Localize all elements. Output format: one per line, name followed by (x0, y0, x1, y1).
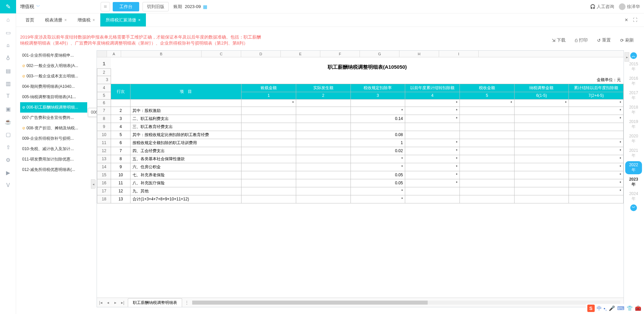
row-number[interactable]: 3 (97, 76, 111, 84)
data-cell[interactable] (460, 163, 514, 171)
data-cell[interactable] (514, 163, 569, 171)
nav-bag-icon[interactable]: ♁ (0, 52, 16, 64)
sheet-nav-last-icon[interactable]: ▸| (119, 300, 126, 305)
data-cell[interactable]: * (569, 163, 624, 171)
row-number[interactable]: 9 (97, 123, 111, 131)
data-cell[interactable] (296, 195, 351, 203)
data-cell[interactable]: * (569, 139, 624, 147)
nav-tax-icon[interactable]: ☕ (0, 115, 16, 128)
ime-lang-icon[interactable]: 中 (597, 305, 602, 312)
data-cell[interactable] (460, 131, 514, 139)
data-cell[interactable] (241, 179, 296, 187)
row-number[interactable]: 12 (97, 147, 111, 155)
consult-button[interactable]: 🎧 人工咨询 (590, 4, 614, 10)
year-option[interactable]: 2023年 (625, 176, 642, 189)
data-cell[interactable] (296, 155, 351, 163)
nav-doc-icon[interactable]: ▭ (0, 26, 16, 39)
nav-image-icon[interactable]: ▣ (0, 103, 16, 115)
column-letter[interactable]: G (360, 51, 399, 57)
data-cell[interactable] (296, 99, 351, 107)
data-cell[interactable] (460, 155, 514, 163)
data-cell[interactable]: * (405, 147, 460, 155)
data-cell[interactable] (569, 123, 624, 131)
data-cell[interactable] (296, 179, 351, 187)
close-icon[interactable]: × (93, 18, 95, 22)
data-cell[interactable]: * (405, 155, 460, 163)
form-list-item[interactable]: 003-一般企业成本支出明细... (20, 71, 87, 81)
switch-old-button[interactable]: 切到旧版 (143, 2, 169, 11)
row-number[interactable]: 7 (97, 107, 111, 115)
data-cell[interactable]: 1 (351, 139, 405, 147)
form-list-item[interactable]: 004-期间费用明细表(A1040... (20, 81, 87, 92)
year-scroll-up-icon[interactable]: ︽ (630, 52, 637, 59)
row-number[interactable]: 6 (97, 99, 111, 107)
nav-upload-icon[interactable]: ⇧ (0, 141, 16, 153)
row-number[interactable]: 16 (97, 179, 111, 187)
data-cell[interactable] (241, 131, 296, 139)
column-letter[interactable]: D (241, 51, 281, 57)
row-number[interactable]: 18 (97, 195, 111, 203)
app-logo[interactable]: ✎ (0, 0, 16, 13)
data-cell[interactable] (514, 155, 569, 163)
data-cell[interactable]: * (569, 171, 624, 179)
data-cell[interactable] (405, 131, 460, 139)
data-cell[interactable] (296, 171, 351, 179)
tab-首页[interactable]: 首页 (20, 13, 40, 26)
data-cell[interactable] (241, 115, 296, 123)
sheet-nav-prev-icon[interactable]: ◂ (104, 300, 112, 305)
data-cell[interactable] (241, 163, 296, 171)
data-cell[interactable]: * (569, 115, 624, 123)
data-cell[interactable]: * (405, 107, 460, 115)
column-letter[interactable]: F (320, 51, 360, 57)
column-letter[interactable]: E (281, 51, 320, 57)
nav-video-icon[interactable]: ▶ (0, 166, 16, 179)
form-list-item[interactable]: 002-一般企业收入明细表(A... (20, 61, 87, 71)
data-cell[interactable] (569, 131, 624, 139)
data-cell[interactable]: * (405, 179, 460, 187)
row-number[interactable]: 15 (97, 171, 111, 179)
data-cell[interactable]: * (351, 195, 405, 203)
data-cell[interactable]: * (569, 179, 624, 187)
column-letter[interactable]: I (439, 51, 479, 57)
year-option[interactable]: 2018年 (625, 104, 642, 117)
close-icon[interactable]: × (64, 18, 67, 22)
form-list-item[interactable]: 001-企业所得税年度纳税申... (20, 50, 87, 61)
data-cell[interactable] (514, 147, 569, 155)
data-cell[interactable] (296, 107, 351, 115)
data-cell[interactable] (460, 123, 514, 131)
ime-tools-icon[interactable]: 🧰 (635, 305, 641, 311)
row-number[interactable]: 17 (97, 187, 111, 195)
data-cell[interactable] (405, 195, 460, 203)
data-cell[interactable]: * (351, 155, 405, 163)
collapse-handle[interactable]: ◂ (91, 179, 96, 189)
data-cell[interactable]: * (569, 107, 624, 115)
row-number[interactable]: 11 (97, 139, 111, 147)
data-cell[interactable] (514, 139, 569, 147)
data-cell[interactable] (241, 171, 296, 179)
data-cell[interactable] (296, 163, 351, 171)
data-cell[interactable] (460, 107, 514, 115)
ime-mic-icon[interactable]: 🎤 (609, 305, 615, 311)
data-cell[interactable] (514, 107, 569, 115)
ime-skin-icon[interactable]: 👕 (627, 305, 633, 311)
data-cell[interactable]: * (351, 107, 405, 115)
data-cell[interactable]: * (569, 147, 624, 155)
sogou-logo-icon[interactable]: S (587, 305, 595, 312)
nav-clipboard-icon[interactable]: ▤ (0, 64, 16, 77)
user-menu[interactable]: 徐泽华 (619, 3, 640, 10)
refresh-button[interactable]: ⟳刷新 (620, 37, 634, 43)
year-option[interactable]: 2017年 (625, 89, 642, 102)
download-button[interactable]: ⇲下载 (552, 37, 566, 43)
data-cell[interactable]: * (514, 99, 569, 107)
sheet-nav-next-icon[interactable]: ▸ (112, 300, 119, 305)
data-cell[interactable]: * (405, 115, 460, 123)
year-option[interactable]: 2016年 (625, 75, 642, 88)
column-letter[interactable]: A (107, 51, 121, 57)
nav-report-icon[interactable]: ▥ (0, 77, 16, 90)
reset-button[interactable]: ↺重置 (597, 37, 611, 43)
data-cell[interactable] (460, 147, 514, 155)
data-cell[interactable]: 0.02 (351, 147, 405, 155)
data-cell[interactable] (241, 155, 296, 163)
data-cell[interactable] (241, 107, 296, 115)
tab-close-all-icon[interactable]: ✕ (625, 17, 628, 22)
